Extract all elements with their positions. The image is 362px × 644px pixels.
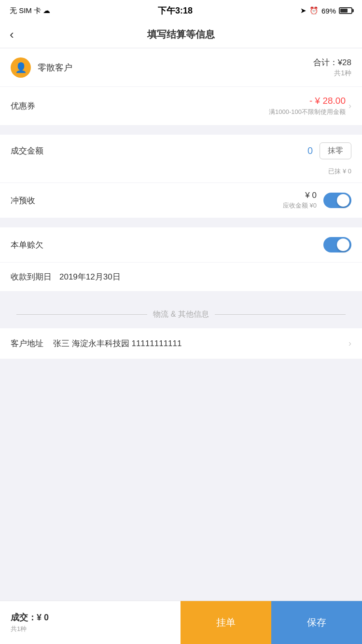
back-button[interactable]: ‹: [10, 27, 14, 42]
amount-value: 0: [307, 145, 313, 156]
coupon-label: 优惠券: [11, 100, 35, 112]
customer-total: 合计：¥28: [313, 57, 351, 68]
prepay-row: 冲预收 ¥ 0 应收金额 ¥0: [0, 182, 362, 218]
prepay-amount: ¥ 0: [283, 191, 317, 200]
battery-icon: [339, 7, 352, 14]
prepay-label: 冲预收: [11, 195, 35, 206]
customer-row: 👤 零散客户 合计：¥28 共1种: [0, 48, 362, 86]
amount-section: 成交金额 0 抹零 已抹 ¥ 0 冲预收 ¥ 0 应收金额 ¥0: [0, 135, 362, 218]
coupon-amount: - ¥ 28.00: [269, 96, 346, 106]
toggle-knob: [337, 194, 349, 207]
coupon-info: - ¥ 28.00 满1000-100不限制使用金额: [269, 96, 346, 116]
status-bar: 无 SIM 卡 ☁ 下午3:18 ➤ ⏰ 69%: [0, 0, 362, 21]
credit-row: 本单赊欠: [0, 227, 362, 262]
alarm-icon: ⏰: [309, 6, 319, 15]
prepay-receivable: 应收金额 ¥0: [283, 201, 317, 210]
coupon-desc: 满1000-100不限制使用金额: [269, 108, 346, 116]
credit-label: 本单赊欠: [11, 239, 43, 251]
due-date-row: 收款到期日 2019年12月30日: [0, 262, 362, 291]
chevron-right-icon: ›: [348, 101, 351, 111]
address-row[interactable]: 客户地址 张三 海淀永丰科技园 11111111111 ›: [0, 328, 362, 359]
address-label: 客户地址: [11, 338, 49, 349]
status-time: 下午3:18: [158, 5, 193, 16]
credit-toggle[interactable]: [323, 237, 351, 252]
section-divider-1: [0, 130, 362, 135]
customer-left: 👤 零散客户: [11, 57, 72, 78]
deal-amount-label: 成交金额: [11, 145, 43, 156]
customer-section: 👤 零散客户 合计：¥28 共1种 优惠券 - ¥ 28.00 满1000-10…: [0, 48, 362, 125]
battery-label: 69%: [321, 7, 336, 15]
coupon-row[interactable]: 优惠券 - ¥ 28.00 满1000-100不限制使用金额 ›: [0, 86, 362, 125]
bottom-deal-value: ¥ 0: [37, 613, 49, 622]
logistics-label: 物流 & 其他信息: [153, 309, 209, 320]
bottom-bar: 成交：¥ 0 共1种 挂单 保存: [0, 601, 362, 644]
credit-section: 本单赊欠 收款到期日 2019年12月30日: [0, 227, 362, 291]
credit-toggle-knob: [337, 238, 349, 251]
hold-button[interactable]: 挂单: [181, 601, 271, 644]
round-zero-button[interactable]: 抹零: [320, 142, 351, 159]
avatar-icon: 👤: [15, 62, 27, 73]
location-icon: ➤: [300, 6, 306, 15]
status-left: 无 SIM 卡 ☁: [10, 6, 50, 15]
nav-bar: ‹ 填写结算等信息: [0, 21, 362, 48]
customer-name: 零散客户: [38, 62, 72, 73]
section-divider-3: [0, 296, 362, 301]
address-chevron-icon: ›: [348, 338, 351, 349]
due-date-value: 2019年12月30日: [59, 271, 121, 282]
customer-avatar: 👤: [11, 57, 31, 78]
page-title: 填写结算等信息: [147, 28, 215, 41]
amount-right: 0 抹零: [307, 142, 351, 159]
bottom-deal-prefix: 成交：: [11, 613, 37, 622]
prepay-values: ¥ 0 应收金额 ¥0: [283, 191, 317, 210]
address-section: 客户地址 张三 海淀永丰科技园 11111111111 ›: [0, 328, 362, 359]
customer-count: 共1种: [313, 69, 351, 78]
prepay-right: ¥ 0 应收金额 ¥0: [283, 191, 351, 210]
section-divider-2: [0, 223, 362, 227]
address-value: 张三 海淀永丰科技园 11111111111: [53, 338, 348, 349]
content: 👤 零散客户 合计：¥28 共1种 优惠券 - ¥ 28.00 满1000-10…: [0, 48, 362, 407]
save-button[interactable]: 保存: [271, 601, 362, 644]
no-sim-label: 无 SIM 卡 ☁: [10, 6, 50, 15]
prepay-toggle[interactable]: [323, 193, 351, 208]
logistics-section: 物流 & 其他信息: [0, 301, 362, 328]
logistics-divider: 物流 & 其他信息: [0, 301, 362, 328]
status-right: ➤ ⏰ 69%: [300, 6, 352, 15]
bottom-count: 共1种: [11, 625, 170, 633]
coupon-right: - ¥ 28.00 满1000-100不限制使用金额 ›: [269, 96, 351, 116]
customer-right: 合计：¥28 共1种: [313, 57, 351, 78]
amount-row: 成交金额 0 抹零: [0, 135, 362, 167]
amount-sub: 已抹 ¥ 0: [0, 167, 362, 182]
bottom-info: 成交：¥ 0 共1种: [0, 612, 181, 633]
bottom-deal: 成交：¥ 0: [11, 612, 170, 623]
due-date-label: 收款到期日: [11, 271, 52, 282]
